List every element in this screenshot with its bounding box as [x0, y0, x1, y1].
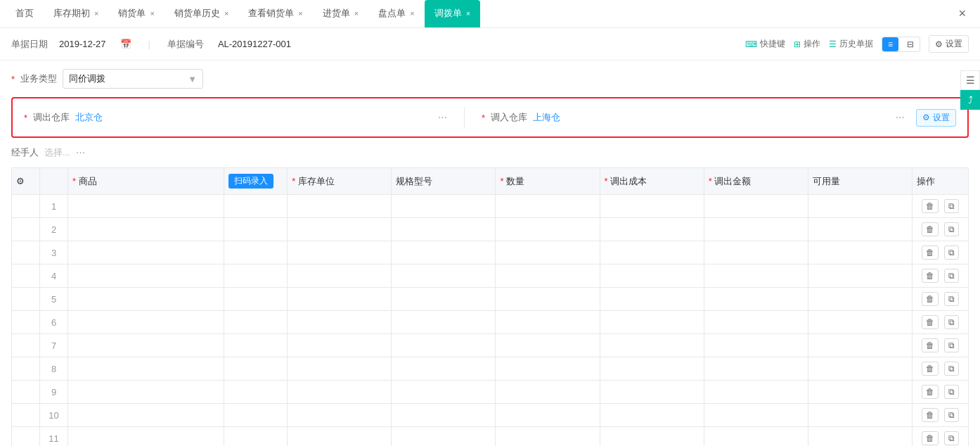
tab-home[interactable]: 首页 — [6, 0, 44, 27]
row-copy-button-7[interactable]: ⧉ — [944, 338, 959, 352]
row-unit-11[interactable] — [288, 427, 392, 447]
row-cost-7[interactable] — [600, 334, 704, 357]
scan-button[interactable]: 扫码录入 — [228, 174, 273, 189]
row-spec-1[interactable] — [392, 195, 496, 218]
row-unit-3[interactable] — [288, 241, 392, 265]
row-qty-4[interactable] — [496, 265, 600, 288]
row-product-4[interactable] — [68, 265, 224, 288]
row-delete-button-11[interactable]: 🗑 — [922, 431, 939, 445]
row-delete-button-10[interactable]: 🗑 — [922, 408, 939, 422]
row-qty-2[interactable] — [496, 218, 600, 241]
row-delete-button-3[interactable]: 🗑 — [922, 246, 939, 260]
row-qty-6[interactable] — [496, 311, 600, 334]
tab-purchase[interactable]: 进货单 × — [313, 0, 368, 27]
row-qty-8[interactable] — [496, 357, 600, 381]
row-copy-button-5[interactable]: ⧉ — [944, 292, 959, 306]
calendar-icon[interactable]: 📅 — [120, 39, 131, 49]
row-cost-1[interactable] — [600, 195, 704, 218]
row-product-1[interactable] — [68, 195, 224, 218]
close-tab-sales-history[interactable]: × — [224, 9, 228, 18]
th-gear[interactable]: ⚙ — [12, 168, 40, 195]
row-qty-3[interactable] — [496, 241, 600, 265]
row-delete-button-9[interactable]: 🗑 — [922, 385, 939, 399]
row-delete-button-6[interactable]: 🗑 — [922, 315, 939, 329]
close-tab-purchase[interactable]: × — [354, 9, 359, 18]
row-product-3[interactable] — [68, 241, 224, 265]
row-amount-1[interactable] — [704, 195, 808, 218]
row-amount-7[interactable] — [704, 334, 808, 357]
row-spec-2[interactable] — [392, 218, 496, 241]
row-amount-2[interactable] — [704, 218, 808, 241]
row-spec-4[interactable] — [392, 265, 496, 288]
close-tab-view-sales[interactable]: × — [298, 9, 302, 18]
row-spec-8[interactable] — [392, 357, 496, 381]
close-tab-transfer[interactable]: × — [466, 9, 470, 18]
row-copy-button-6[interactable]: ⧉ — [944, 315, 959, 329]
tab-sales-order[interactable]: 销货单 × — [108, 0, 164, 27]
row-copy-button-10[interactable]: ⧉ — [944, 408, 959, 422]
row-product-7[interactable] — [68, 334, 224, 357]
row-spec-9[interactable] — [392, 381, 496, 404]
row-unit-2[interactable] — [288, 218, 392, 241]
row-amount-11[interactable] — [704, 427, 808, 447]
window-close-button[interactable]: × — [950, 6, 974, 21]
row-delete-button-1[interactable]: 🗑 — [922, 199, 939, 213]
row-copy-button-8[interactable]: ⧉ — [944, 362, 959, 376]
handler-more-button[interactable]: ··· — [76, 146, 85, 159]
row-qty-10[interactable] — [496, 404, 600, 427]
row-delete-button-8[interactable]: 🗑 — [922, 362, 939, 376]
warehouse-in-more-button[interactable]: ··· — [896, 111, 905, 124]
close-tab-inventory-init[interactable]: × — [94, 9, 98, 18]
row-copy-button-3[interactable]: ⧉ — [944, 246, 959, 260]
row-product-2[interactable] — [68, 218, 224, 241]
row-spec-10[interactable] — [392, 404, 496, 427]
row-unit-9[interactable] — [288, 381, 392, 404]
row-cost-9[interactable] — [600, 381, 704, 404]
row-qty-1[interactable] — [496, 195, 600, 218]
tab-inventory-init[interactable]: 库存期初 × — [44, 0, 108, 27]
row-amount-3[interactable] — [704, 241, 808, 265]
row-amount-8[interactable] — [704, 357, 808, 381]
business-type-select[interactable]: 同价调拨 ▼ — [63, 69, 203, 89]
settings-button[interactable]: ⚙ 设置 — [929, 35, 969, 53]
tab-transfer[interactable]: 调拨单 × — [425, 0, 480, 27]
row-delete-button-2[interactable]: 🗑 — [922, 222, 939, 236]
row-amount-4[interactable] — [704, 265, 808, 288]
history-button[interactable]: ☰ 历史单据 — [829, 38, 873, 50]
close-tab-stocktake[interactable]: × — [410, 9, 414, 18]
row-spec-5[interactable] — [392, 288, 496, 311]
row-unit-1[interactable] — [288, 195, 392, 218]
row-delete-button-4[interactable]: 🗑 — [922, 269, 939, 283]
row-qty-11[interactable] — [496, 427, 600, 447]
row-copy-button-1[interactable]: ⧉ — [944, 199, 959, 213]
row-cost-6[interactable] — [600, 311, 704, 334]
row-spec-6[interactable] — [392, 311, 496, 334]
close-tab-sales-order[interactable]: × — [150, 9, 154, 18]
row-cost-3[interactable] — [600, 241, 704, 265]
handler-select[interactable]: 选择... — [44, 146, 70, 159]
row-copy-button-2[interactable]: ⧉ — [944, 222, 959, 236]
row-unit-7[interactable] — [288, 334, 392, 357]
tab-stocktake[interactable]: 盘点单 × — [368, 0, 424, 27]
row-amount-5[interactable] — [704, 288, 808, 311]
row-spec-3[interactable] — [392, 241, 496, 265]
row-amount-6[interactable] — [704, 311, 808, 334]
row-copy-button-4[interactable]: ⧉ — [944, 269, 959, 283]
row-product-9[interactable] — [68, 381, 224, 404]
row-copy-button-11[interactable]: ⧉ — [944, 431, 959, 445]
tab-sales-history[interactable]: 销货单历史 × — [165, 0, 238, 27]
layout-grid-button[interactable]: ⊟ — [901, 37, 920, 51]
row-product-11[interactable] — [68, 427, 224, 447]
row-cost-11[interactable] — [600, 427, 704, 447]
operations-button[interactable]: ⊞ 操作 — [794, 38, 820, 50]
row-qty-7[interactable] — [496, 334, 600, 357]
row-unit-6[interactable] — [288, 311, 392, 334]
row-cost-2[interactable] — [600, 218, 704, 241]
row-product-10[interactable] — [68, 404, 224, 427]
row-cost-4[interactable] — [600, 265, 704, 288]
row-qty-5[interactable] — [496, 288, 600, 311]
row-copy-button-9[interactable]: ⧉ — [944, 385, 959, 399]
row-unit-8[interactable] — [288, 357, 392, 381]
row-product-5[interactable] — [68, 288, 224, 311]
row-qty-9[interactable] — [496, 381, 600, 404]
